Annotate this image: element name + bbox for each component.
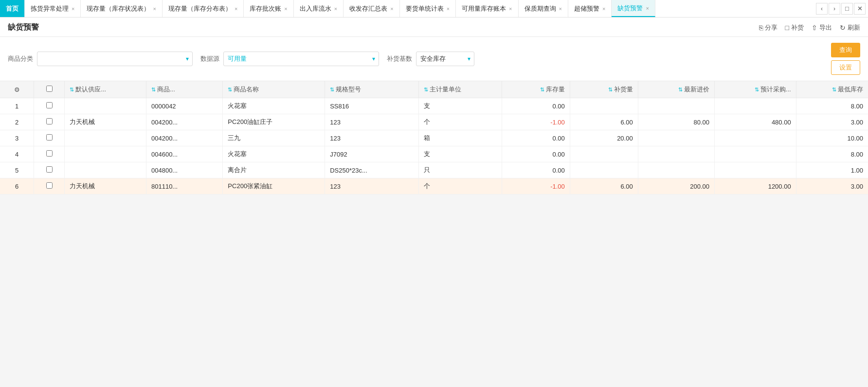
spec-header-label: 规格型号 <box>336 86 361 93</box>
row-num-2: 3 <box>0 130 34 146</box>
tab-close-shortage[interactable]: × <box>646 5 649 11</box>
refresh-button[interactable]: ↻ 刷新 <box>840 23 860 32</box>
tab-item-inventory-status[interactable]: 现存量（库存状况表）× <box>81 0 162 17</box>
tab-item-available-ledger[interactable]: 可用量库存账本× <box>456 0 518 17</box>
row-spec-2: 123 <box>325 130 418 146</box>
row-checkbox-2[interactable] <box>46 134 53 141</box>
tab-item-demand-stats[interactable]: 要货单统计表× <box>400 0 456 17</box>
row-minstock-3: 8.00 <box>796 146 868 162</box>
tab-item-shortage[interactable]: 缺货预警× <box>612 0 655 17</box>
table-row: 3004200...三九123箱0.0020.0010.00 <box>0 130 868 146</box>
table-row: 10000042火花塞SS816支0.008.00 <box>0 98 868 114</box>
tab-scroll-left[interactable]: ‹ <box>816 3 828 15</box>
datasource-value: 可用量 <box>228 54 247 63</box>
row-name-4: 离合片 <box>223 162 325 178</box>
replenish-basis-select[interactable]: 安全库存 <box>416 52 474 66</box>
name-sort-icon: ⇅ <box>228 87 232 92</box>
row-name-1: PC200油缸庄子 <box>223 114 325 130</box>
price-header-label: 最新进价 <box>684 86 709 93</box>
tab-close-available-ledger[interactable]: × <box>509 6 512 12</box>
code-sort-icon: ⇅ <box>151 87 156 92</box>
filter-actions: 查询 设置 <box>831 43 860 75</box>
replenish-icon: □ <box>785 24 789 32</box>
col-code-header: ⇅商品... <box>146 81 222 98</box>
datasource-label: 数据源 <box>200 54 219 63</box>
refresh-icon: ↻ <box>840 24 846 32</box>
col-spec-header: ⇅规格型号 <box>325 81 418 98</box>
row-estpurchase-3 <box>715 146 796 162</box>
tab-item-overstock[interactable]: 超储预警× <box>568 0 612 17</box>
row-supplier-5: 力天机械 <box>65 178 146 194</box>
minstock-sort-icon: ⇅ <box>832 87 836 92</box>
share-button[interactable]: ⎘ 分享 <box>759 23 778 32</box>
export-button[interactable]: ⇧ 导出 <box>812 23 832 32</box>
code-header-label: 商品... <box>157 86 175 93</box>
tab-item-batch[interactable]: 库存批次账× <box>244 0 293 17</box>
row-replenish-5: 6.00 <box>570 178 638 194</box>
settings-button[interactable]: 设置 <box>831 60 860 75</box>
category-select[interactable] <box>37 52 193 66</box>
replenish-label: 补货 <box>791 23 804 32</box>
page-header: 缺货预警 ⎘ 分享 □ 补货 ⇧ 导出 ↻ 刷新 <box>0 18 868 37</box>
datasource-select[interactable]: 可用量 <box>223 52 379 66</box>
tab-scroll-right[interactable]: › <box>829 3 840 15</box>
row-checkbox-0[interactable] <box>46 102 53 108</box>
row-num-5: 6 <box>0 178 34 194</box>
row-replenish-3 <box>570 146 638 162</box>
tab-label-inventory-status: 现存量（库存状况表） <box>87 4 150 13</box>
tab-close-batch[interactable]: × <box>284 6 287 12</box>
row-latestprice-0 <box>638 98 714 114</box>
estpurchase-sort-icon: ⇅ <box>755 87 759 92</box>
row-checkbox-1[interactable] <box>46 118 53 124</box>
share-icon: ⎘ <box>759 24 763 32</box>
row-minstock-0: 8.00 <box>796 98 868 114</box>
row-name-2: 三九 <box>223 130 325 146</box>
row-checkbox-5[interactable] <box>46 182 53 189</box>
row-num-1: 2 <box>0 114 34 130</box>
table-wrap: ⚙ ⇅默认供应... ⇅商品... ⇅商品名称 ⇅规格型号 <box>0 81 868 194</box>
tab-label-shortage: 缺货预警 <box>617 4 643 13</box>
datasource-select-wrap: 可用量 ▾ <box>223 52 379 66</box>
unit-header-label: 主计量单位 <box>430 86 461 93</box>
row-checkbox-4[interactable] <box>46 166 53 173</box>
row-checkbox-3[interactable] <box>46 150 53 157</box>
row-name-0: 火花塞 <box>223 98 325 114</box>
unit-sort-icon: ⇅ <box>424 87 428 92</box>
col-check-header <box>34 81 65 98</box>
query-button[interactable]: 查询 <box>831 43 860 57</box>
row-latestprice-1: 80.00 <box>638 114 714 130</box>
tab-close-inventory-status[interactable]: × <box>153 6 156 12</box>
tab-item-home[interactable]: 首页 <box>0 0 25 17</box>
col-estpurchase-header: ⇅预计采购... <box>715 81 796 98</box>
row-minstock-2: 10.00 <box>796 130 868 146</box>
tab-close-overstock[interactable]: × <box>602 6 605 12</box>
tab-close-inout-flow[interactable]: × <box>334 6 337 12</box>
tab-close-abnormal[interactable]: × <box>72 6 74 12</box>
tab-item-expiry[interactable]: 保质期查询× <box>519 0 568 17</box>
row-stock-1: -1.00 <box>502 114 570 130</box>
tab-close-demand-stats[interactable]: × <box>447 6 450 12</box>
tab-close-inventory-dist[interactable]: × <box>235 6 237 12</box>
refresh-label: 刷新 <box>848 23 860 32</box>
table-row: 5004800...离合片DS250*23c...只0.001.00 <box>0 162 868 178</box>
table-row: 2力天机械004200...PC200油缸庄子123个-1.006.0080.0… <box>0 114 868 130</box>
row-spec-5: 123 <box>325 178 418 194</box>
col-unit-header: ⇅主计量单位 <box>418 81 502 98</box>
tab-restore[interactable]: □ <box>841 3 853 15</box>
row-code-3: 004600... <box>146 146 222 162</box>
tab-item-inout-flow[interactable]: 出入库流水× <box>294 0 344 17</box>
tab-item-inventory-dist[interactable]: 现存量（库存分布表）× <box>163 0 244 17</box>
export-label: 导出 <box>819 23 832 32</box>
tab-item-abnormal[interactable]: 拣货异常处理× <box>25 0 81 17</box>
tab-close-all[interactable]: ✕ <box>854 3 866 15</box>
tab-label-receipt-summary: 收发存汇总表 <box>349 4 387 13</box>
gear-icon[interactable]: ⚙ <box>14 86 20 93</box>
tab-item-receipt-summary[interactable]: 收发存汇总表× <box>344 0 399 17</box>
tab-close-expiry[interactable]: × <box>559 6 562 12</box>
row-supplier-3 <box>65 146 146 162</box>
tab-close-receipt-summary[interactable]: × <box>390 6 393 12</box>
select-all-checkbox[interactable] <box>46 86 53 92</box>
replenish-button[interactable]: □ 补货 <box>785 23 804 32</box>
row-estpurchase-0 <box>715 98 796 114</box>
row-minstock-4: 1.00 <box>796 162 868 178</box>
